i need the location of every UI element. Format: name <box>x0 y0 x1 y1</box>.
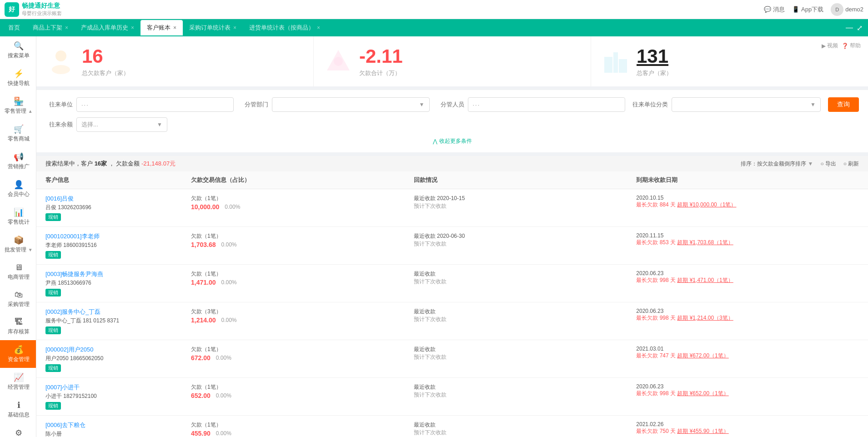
sidebar-item-purchase[interactable]: 🛍 采购管理 <box>0 286 36 313</box>
top-right: 💬 消息 📱 App下载 D demo2 <box>764 3 863 16</box>
stat-card-customers: 16 总欠款客户（家） <box>36 36 314 86</box>
minimize-button[interactable]: — <box>846 24 853 32</box>
close-tab-product-listing[interactable]: × <box>65 25 68 31</box>
app-download-button[interactable]: 📱 App下载 <box>792 5 823 14</box>
tab-goods-summary[interactable]: 进货单统计表（按商品） × <box>243 20 326 35</box>
sidebar-item-retail-manage[interactable]: 🏪 零售管理 ▲ <box>0 92 36 120</box>
customer-name-link[interactable]: [0006]去下粮仓 <box>45 422 85 428</box>
overdue-link[interactable]: 超期 ¥672.00（1笔） <box>677 352 728 359</box>
filter-category: 往来单位分类 ▼ <box>632 97 821 112</box>
customer-name-link[interactable]: [0002]服务中心_丁磊 <box>45 308 100 315</box>
debt-note: 欠款（1笔） <box>191 421 414 429</box>
overdue-days: 最长欠款 884 天 超期 ¥10,000.00（1笔） <box>636 201 859 209</box>
overdue-link[interactable]: 超期 ¥652.00（1笔） <box>677 390 728 397</box>
duedate-cell: 2020.11.15 最长欠款 853 天 超期 ¥1,703.68（1笔） <box>636 232 859 246</box>
logo-info: 畅捷通好生意 母婴行业演示账套 <box>22 2 62 17</box>
system-icon: ⚙ <box>3 428 34 437</box>
tab-home[interactable]: 首页 <box>2 20 26 35</box>
close-tab-customer-ledger[interactable]: × <box>173 25 176 31</box>
purchase-icon: 🛍 <box>3 290 34 300</box>
filter-select-balance[interactable]: 选择... ▼ <box>76 117 167 132</box>
stat-card-debt: -2.11 欠款合计（万） <box>314 36 591 86</box>
collapse-filters-button[interactable]: ⋀ 收起更多条件 <box>45 137 859 145</box>
overdue-days: 最长欠款 747 天 超期 ¥672.00（1笔） <box>636 352 859 360</box>
sidebar-item-search[interactable]: 🔍 搜索菜单 <box>0 36 36 64</box>
customer-name-link[interactable]: [0007]小进干 <box>45 384 80 391</box>
tab-actions: — ⤢ <box>846 24 866 32</box>
total-icon <box>602 48 629 75</box>
customer-phone: 李老师 18600391516 <box>45 241 191 249</box>
svg-rect-4 <box>604 57 612 73</box>
debt-amount: 1,703.68 <box>191 241 216 248</box>
search-button[interactable]: 查询 <box>828 97 859 112</box>
customer-tag: 现销 <box>45 326 61 334</box>
refresh-button[interactable]: ○ 刷新 <box>843 160 859 168</box>
customer-name-link[interactable]: [0001020001]李老师 <box>45 233 100 240</box>
sidebar-item-basics[interactable]: ℹ 基础信息 <box>0 396 36 423</box>
filter-input-unit[interactable]: ··· <box>76 97 234 112</box>
user-menu[interactable]: D demo2 <box>831 3 863 16</box>
customer-phone: 尹燕 18513066976 <box>45 279 191 287</box>
customer-tag: 现销 <box>45 213 61 221</box>
header-recovery: 回款情况 <box>414 176 637 184</box>
customer-phone: 陈小册 <box>45 430 191 437</box>
filter-select-dept[interactable]: ▼ <box>272 97 429 112</box>
export-button[interactable]: ○ 导出 <box>821 160 836 168</box>
sidebar-item-retail-mall[interactable]: 🛒 零售商城 <box>0 120 36 147</box>
debt-amount: 652.00 <box>191 392 211 399</box>
sidebar-item-member[interactable]: 👤 会员中心 <box>0 175 36 203</box>
recovery-last: 最近收款 2020-06-30 <box>414 232 637 240</box>
overdue-link[interactable]: 超期 ¥455.90（1笔） <box>677 428 728 434</box>
customer-name-link[interactable]: [0016]吕俊 <box>45 195 74 202</box>
sidebar-item-ecommerce[interactable]: 🖥 电商管理 <box>0 258 36 286</box>
debt-info-cell: 欠款（1笔） 652.00 0.00% <box>191 383 414 399</box>
sidebar-item-wholesale[interactable]: 📦 批发管理 ▼ <box>0 231 36 258</box>
logo-subtitle: 母婴行业演示账套 <box>22 10 62 17</box>
overdue-link[interactable]: 超期 ¥1,703.68（1笔） <box>677 239 733 246</box>
debt-icon <box>325 48 352 75</box>
sidebar-item-retail-stats[interactable]: 📊 零售统计 <box>0 203 36 231</box>
filter-input-person[interactable]: ··· <box>468 97 625 112</box>
sidebar-item-management[interactable]: 📈 经营管理 <box>0 368 36 396</box>
stat-label-debt: 欠款合计（万） <box>359 69 580 77</box>
debt-amount: 1,214.00 <box>191 316 216 324</box>
refresh-icon: ○ <box>843 161 847 167</box>
sidebar-item-quicknav[interactable]: ⚡ 快捷导航 <box>0 64 36 92</box>
close-tab-goods-summary[interactable]: × <box>317 25 320 31</box>
debt-note: 欠款（1笔） <box>191 270 414 278</box>
video-action[interactable]: ▶ 视频 <box>822 42 838 50</box>
tab-product-listing[interactable]: 商品上下架 × <box>26 20 75 35</box>
customer-info-cell: [0003]畅捷服务尹海燕 尹燕 18513066976 现销 <box>45 270 191 296</box>
customer-name-link[interactable]: [0003]畅捷服务尹海燕 <box>45 271 103 277</box>
sidebar-item-inventory[interactable]: 🏗 库存核算 <box>0 313 36 340</box>
sidebar-item-marketing[interactable]: 📢 营销推广 <box>0 147 36 175</box>
close-tab-purchase-summary[interactable]: × <box>233 25 236 31</box>
table-row: [000002]用户2050 用户2050 18665062050 现销 欠款（… <box>36 340 868 378</box>
overdue-link[interactable]: 超期 ¥10,000.00（1笔） <box>677 201 736 208</box>
sidebar-item-finance[interactable]: 💰 资金管理 <box>0 340 36 368</box>
recovery-last: 最近收款 <box>414 270 637 278</box>
tab-inventory-history[interactable]: 产成品入库单历史 × <box>75 20 140 35</box>
results-text: 搜索结果中，客户 16家 ， 欠款金额 -21,148.07元 <box>45 160 176 168</box>
overdue-link[interactable]: 超期 ¥1,471.00（1笔） <box>677 277 733 283</box>
overdue-link[interactable]: 超期 ¥1,214.00（3笔） <box>677 315 733 321</box>
filter-label-dept: 分管部门 <box>241 100 268 109</box>
tab-customer-ledger[interactable]: 客户账本 × <box>140 20 183 35</box>
table-row: [0001020001]李老师 李老师 18600391516 现销 欠款（1笔… <box>36 227 868 265</box>
due-date: 2020.06.23 <box>636 308 859 314</box>
duedate-cell: 2020.06.23 最长欠款 998 天 超期 ¥1,214.00（3笔） <box>636 308 859 322</box>
sort-dropdown[interactable]: 排序：按欠款金额倒序排序 ▼ <box>741 160 813 168</box>
close-tab-inventory-history[interactable]: × <box>131 25 134 31</box>
customer-name-link[interactable]: [000002]用户2050 <box>45 346 94 353</box>
sidebar-item-system[interactable]: ⚙ 系统管理 <box>0 423 36 437</box>
tab-purchase-summary[interactable]: 采购订单统计表 × <box>183 20 243 35</box>
message-button[interactable]: 💬 消息 <box>764 5 785 14</box>
help-action[interactable]: ❓ 帮助 <box>842 42 861 50</box>
filter-select-category[interactable]: ▼ <box>672 97 821 112</box>
duedate-cell: 2021.02.26 最长欠款 750 天 超期 ¥455.90（1笔） <box>636 421 859 435</box>
maximize-button[interactable]: ⤢ <box>857 24 863 32</box>
debt-note: 欠款（1笔） <box>191 346 414 353</box>
table-row: [0016]吕俊 吕俊 13026203696 现销 欠款（1笔） 10,000… <box>36 189 868 227</box>
overdue-days: 最长欠款 853 天 超期 ¥1,703.68（1笔） <box>636 239 859 246</box>
recovery-cell: 最近收款 预计下次收款 <box>414 383 637 399</box>
